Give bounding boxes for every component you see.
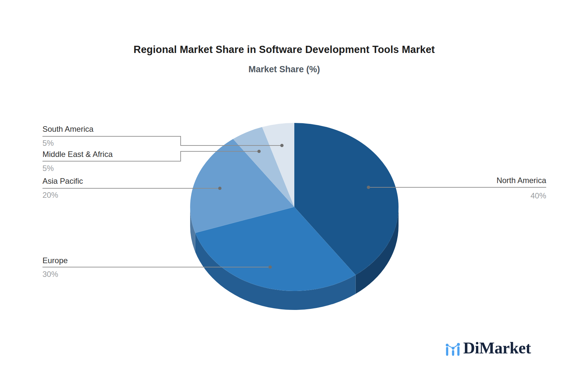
- callout-middle-east-africa-value: 5%: [42, 164, 54, 173]
- brand-logo: DiMarket: [446, 339, 531, 358]
- chart-canvas: Regional Market Share in Software Develo…: [0, 0, 588, 391]
- callout-anchor-dot-middle-east-africa: [257, 150, 261, 153]
- callout-anchor-dot-asia-pacific: [218, 187, 221, 190]
- callout-south-america-value: 5%: [42, 139, 54, 148]
- callout-north-america-label: North America: [497, 176, 546, 185]
- callout-asia-pacific-value: 20%: [42, 191, 58, 200]
- brand-name: DiMarket: [463, 339, 531, 356]
- callout-europe-value: 30%: [42, 270, 58, 279]
- callout-middle-east-africa-label: Middle East & Africa: [42, 150, 113, 159]
- bar-chart-logo-icon: [446, 341, 461, 357]
- callout-anchor-dot-europe: [269, 265, 272, 269]
- pie-chart: [0, 0, 588, 391]
- callout-north-america-value: 40%: [531, 191, 546, 200]
- callout-south-america-label: South America: [42, 125, 93, 134]
- callout-anchor-dot-north-america: [367, 186, 370, 189]
- callout-anchor-dot-south-america: [280, 144, 284, 147]
- callout-asia-pacific-label: Asia Pacific: [42, 177, 83, 186]
- callout-europe-label: Europe: [42, 256, 68, 265]
